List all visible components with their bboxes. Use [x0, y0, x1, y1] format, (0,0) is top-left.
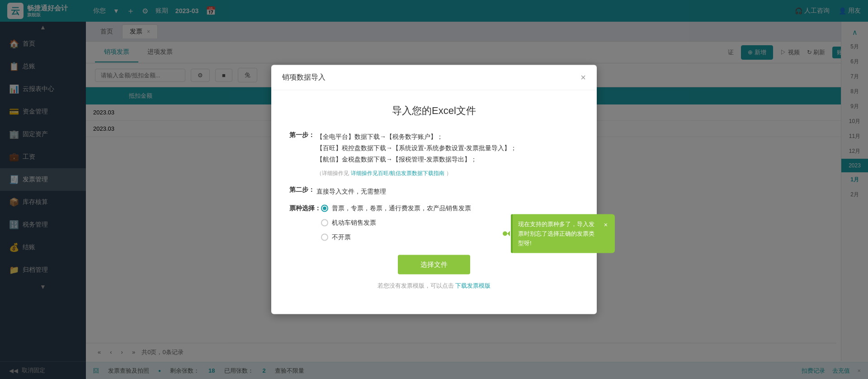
radio-motor-label: 机动车销售发票	[332, 218, 376, 227]
step1-line2: 【百旺】税控盘数据下载→【系统设置-系统参数设置-发票批量导入】；	[316, 142, 517, 154]
radio-no-ticket-label: 不开票	[332, 233, 351, 241]
modal-body: 导入您的Excel文件 第一步： 【全电平台】数据下载→【税务数字账户】； 【百…	[271, 90, 597, 314]
select-file-button[interactable]: 选择文件	[398, 255, 470, 274]
radio-normal[interactable]: 普票，专票，卷票，通行费发票，农产品销售发票	[321, 204, 471, 212]
radio-no-ticket[interactable]: 不开票	[321, 233, 471, 241]
ticket-selection-row: 票种选择： 普票，专票，卷票，通行费发票，农产品销售发票 机动车销售发票	[289, 204, 579, 241]
radio-normal-circle	[321, 204, 328, 212]
tooltip-accent-bar	[511, 214, 513, 253]
step1-line3: 【航信】金税盘数据下载→【报税管理-发票数据导出】；	[316, 154, 517, 165]
import-modal: 销项数据导入 × 导入您的Excel文件 第一步： 【全电平台】数据下载→【税务…	[271, 65, 597, 314]
radio-no-ticket-circle	[321, 233, 328, 241]
modal-close-button[interactable]: ×	[580, 72, 586, 83]
step2-row: 第二步： 直接导入文件，无需整理	[289, 185, 579, 197]
modal-footer-text: 若您没有发票模版，可以点击	[377, 282, 454, 289]
tooltip-container: × 现在支持的票种多了，导入发票时别忘了选择正确的发票类型呀!	[511, 214, 615, 253]
step2-label: 第二步：	[289, 185, 316, 197]
step1-content: 【全电平台】数据下载→【税务数字账户】； 【百旺】税控盘数据下载→【系统设置-系…	[316, 131, 517, 179]
tooltip-text: 现在支持的票种多了，导入发票时别忘了选择正确的发票类型呀!	[518, 220, 594, 246]
radio-motor[interactable]: 机动车销售发票 × 现在支持的票种多了，导入发票时别忘了选择正确的发票类型呀!	[321, 218, 471, 227]
tooltip-arrow	[507, 231, 510, 237]
tooltip-relative: × 现在支持的票种多了，导入发票时别忘了选择正确的发票类型呀!	[511, 214, 615, 253]
modal-main-title: 导入您的Excel文件	[289, 104, 579, 118]
radio-group: 普票，专票，卷票，通行费发票，农产品销售发票 机动车销售发票 ×	[321, 204, 471, 241]
tooltip-dot	[503, 232, 507, 236]
modal-header: 销项数据导入 ×	[271, 65, 597, 90]
radio-motor-circle	[321, 219, 328, 226]
step1-label: 第一步：	[289, 131, 316, 179]
tooltip-close-btn[interactable]: ×	[604, 219, 608, 229]
ticket-label: 票种选择：	[289, 204, 321, 212]
step1-link[interactable]: 详细操作见百旺/航信发票数据下载指南	[351, 170, 444, 176]
step1-link-row: （详细操作见 详细操作见百旺/航信发票数据下载指南 ）	[316, 167, 517, 178]
step1-line1: 【全电平台】数据下载→【税务数字账户】；	[316, 131, 517, 142]
radio-normal-label: 普票，专票，卷票，通行费发票，农产品销售发票	[332, 204, 471, 212]
step2-content: 直接导入文件，无需整理	[316, 185, 386, 197]
tooltip-bubble: × 现在支持的票种多了，导入发票时别忘了选择正确的发票类型呀!	[511, 214, 615, 253]
modal-footer: 若您没有发票模版，可以点击 下载发票模版	[289, 281, 579, 300]
modal-title: 销项数据导入	[282, 73, 326, 82]
step1-row: 第一步： 【全电平台】数据下载→【税务数字账户】； 【百旺】税控盘数据下载→【系…	[289, 131, 579, 179]
download-template-link[interactable]: 下载发票模版	[455, 282, 491, 289]
